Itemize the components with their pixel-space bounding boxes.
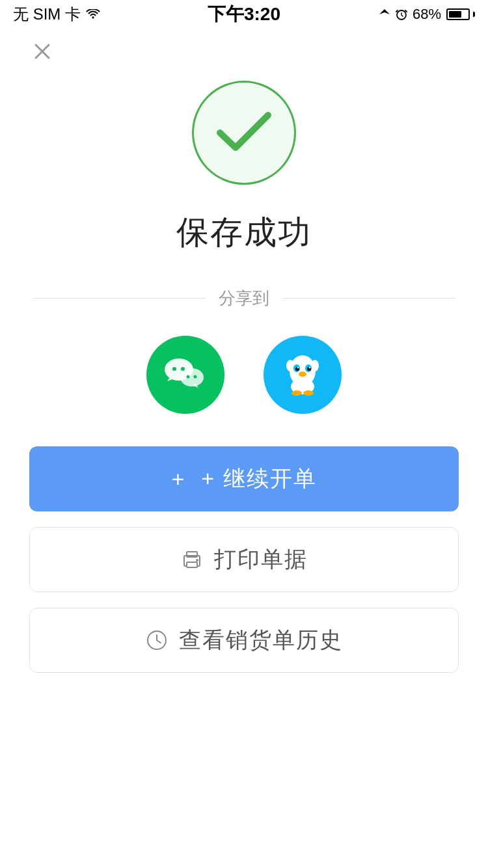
svg-point-12 [311, 360, 319, 372]
print-label: 打印单据 [214, 545, 308, 575]
history-label: 查看销货单历史 [179, 625, 343, 655]
status-time: 下午3:20 [208, 2, 280, 27]
main-content: 保存成功 分享到 [0, 29, 488, 673]
location-icon [379, 8, 390, 20]
history-button[interactable]: 查看销货单历史 [29, 608, 459, 673]
svg-point-6 [172, 367, 176, 371]
print-button[interactable]: 打印单据 [29, 527, 459, 592]
success-title: 保存成功 [176, 211, 312, 254]
qq-share-button[interactable] [264, 336, 342, 414]
continue-label: + 继续开单 [201, 464, 316, 494]
svg-point-5 [180, 368, 204, 387]
print-icon [180, 548, 204, 571]
svg-point-26 [196, 559, 198, 562]
divider-right [282, 298, 455, 299]
share-section: 分享到 [0, 287, 488, 414]
svg-point-11 [286, 360, 294, 372]
svg-point-7 [181, 367, 185, 371]
svg-point-22 [303, 390, 314, 396]
battery-percent: 68% [413, 6, 441, 23]
history-icon [145, 629, 169, 652]
divider-left [33, 298, 206, 299]
wechat-share-button[interactable] [146, 336, 224, 414]
svg-point-9 [194, 375, 197, 379]
share-label: 分享到 [219, 287, 269, 310]
continue-button[interactable]: + + 继续开单 [29, 446, 459, 511]
success-icon-circle [192, 81, 296, 185]
no-sim-label: 无 SIM 卡 [13, 4, 81, 25]
svg-point-17 [297, 367, 299, 368]
share-divider: 分享到 [0, 287, 488, 310]
status-bar: 无 SIM 卡 下午3:20 68% [0, 0, 488, 29]
qq-icon [279, 351, 326, 398]
wifi-icon [86, 9, 100, 20]
share-icons-row [146, 336, 342, 414]
svg-point-21 [291, 390, 302, 396]
svg-point-8 [187, 375, 190, 379]
alarm-icon [396, 8, 407, 20]
continue-icon: + [171, 467, 185, 492]
action-buttons: + + 继续开单 打印单据 查看销货单历史 [29, 446, 459, 673]
svg-point-18 [309, 367, 310, 368]
svg-point-0 [92, 17, 94, 19]
wechat-icon [162, 355, 209, 394]
svg-point-19 [299, 372, 306, 377]
battery-icon [446, 8, 475, 20]
checkmark-icon [215, 110, 273, 156]
status-left: 无 SIM 卡 [13, 4, 100, 25]
close-button[interactable] [26, 35, 59, 68]
status-right: 68% [379, 6, 475, 23]
svg-rect-25 [187, 562, 197, 567]
